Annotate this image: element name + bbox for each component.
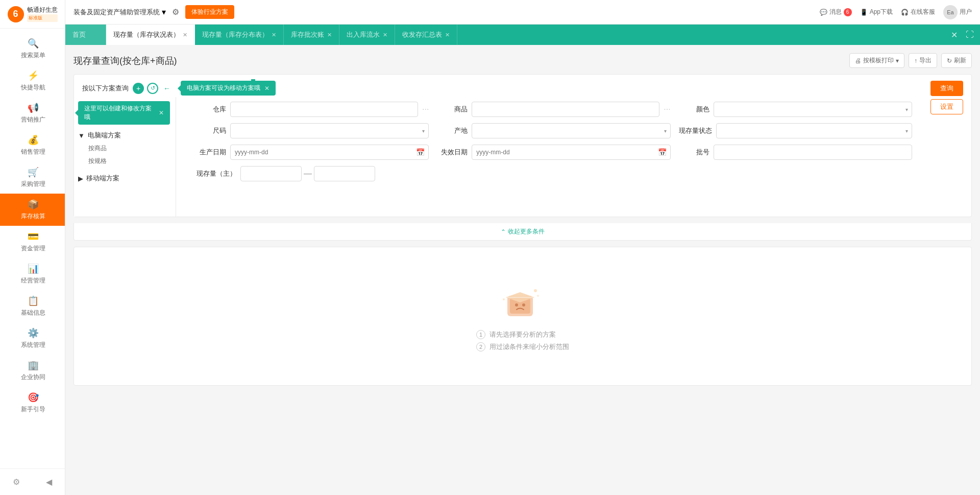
sidebar-nav: 🔍 搜索菜单 ⚡ 快捷导航 📢 营销推广 💰 销售管理 🛒 采购管理 📦 库存核…	[0, 29, 65, 468]
sidebar-item-operation[interactable]: 📊 经营管理	[0, 258, 65, 290]
sidebar-item-inventory[interactable]: 📦 库存核算	[0, 194, 65, 226]
tab-collect-summary-close[interactable]: ✕	[445, 32, 450, 38]
sidebar-item-label: 资金管理	[21, 244, 45, 253]
goods-input[interactable]	[472, 102, 659, 117]
sidebar-bottom: ⚙ ◀	[0, 468, 65, 495]
expiry-date-input[interactable]	[472, 145, 670, 160]
print-template-btn[interactable]: 🖨 按模板打印 ▾	[849, 53, 904, 68]
collapse-sidebar-btn[interactable]: ◀	[44, 475, 54, 489]
tab-in-out-flow-label: 出入库流水	[347, 30, 380, 39]
system-name-dropdown[interactable]: 装备及固定资产辅助管理系统 ▾	[74, 7, 166, 17]
sidebar-item-label: 库存核算	[21, 212, 45, 221]
close-all-tabs-btn[interactable]: ✕	[949, 28, 960, 42]
prod-date-label: 生产日期	[195, 148, 226, 157]
settings-bottom-btn[interactable]: ⚙	[11, 475, 22, 489]
empty-num-1: 1	[476, 330, 485, 339]
stock-main-max-input[interactable]	[314, 166, 375, 181]
prod-date-wrap: 📅	[230, 145, 429, 160]
tab-inventory-status[interactable]: 现存量（库存状况表） ✕	[106, 25, 195, 45]
scheme-desktop-item-spec[interactable]: 按规格	[78, 155, 172, 168]
sidebar-item-enterprise[interactable]: 🏢 企业协同	[0, 355, 65, 387]
sidebar-item-basic[interactable]: 📋 基础信息	[0, 290, 65, 322]
header-settings-icon[interactable]: ⚙	[172, 7, 179, 17]
sidebar-item-system[interactable]: ⚙️ 系统管理	[0, 322, 65, 355]
maximize-btn[interactable]: ⛶	[964, 28, 976, 41]
experience-btn[interactable]: 体验行业方案	[185, 5, 234, 19]
warehouse-input[interactable]	[230, 102, 418, 117]
expiry-date-calendar-icon[interactable]: 📅	[658, 148, 667, 156]
sidebar-item-label: 新手引导	[21, 405, 45, 414]
tab-inventory-dist-close[interactable]: ✕	[272, 32, 276, 38]
batch-no-label: 批号	[679, 148, 709, 157]
stock-main-min-input[interactable]	[240, 166, 302, 181]
sidebar-item-purchase[interactable]: 🛒 采购管理	[0, 161, 65, 194]
stock-status-select[interactable]	[716, 123, 912, 138]
prod-date-calendar-icon[interactable]: 📅	[416, 148, 425, 156]
tab-inventory-status-close[interactable]: ✕	[183, 32, 187, 38]
setting-btn[interactable]: 设置	[930, 99, 963, 114]
tooltip-mobile-scheme-close[interactable]: ✕	[264, 85, 270, 92]
message-badge: 6	[844, 8, 852, 16]
warehouse-dots[interactable]: ···	[422, 105, 429, 114]
tooltip-create-scheme-close[interactable]: ✕	[159, 109, 164, 116]
tab-collect-summary[interactable]: 收发存汇总表 ✕	[395, 25, 457, 45]
filter-field-warehouse: 仓库 ···	[195, 102, 429, 117]
user-area[interactable]: Ea 用户	[943, 5, 972, 19]
scheme-desktop-arrow: ▼	[78, 132, 85, 139]
tooltip-mobile-scheme-text: 电脑方案可设为移动方案哦	[187, 84, 260, 92]
filter-row-1: 仓库 ··· 商品 ···	[195, 102, 963, 117]
scheme-desktop-item-goods[interactable]: 按商品	[78, 142, 172, 155]
online-service-btn[interactable]: 🎧 在线客服	[901, 8, 935, 16]
tab-batch-account[interactable]: 库存批次账 ✕	[284, 25, 339, 45]
prod-date-input[interactable]	[230, 145, 429, 160]
empty-step-2-text: 用过滤条件来缩小分析范围	[489, 342, 569, 351]
stock-status-select-wrap: ▾	[716, 123, 912, 138]
scheme-mobile-header[interactable]: ▶ 移动端方案	[78, 172, 172, 185]
print-dropdown-icon: ▾	[896, 57, 899, 64]
sidebar-item-label: 营销推广	[21, 115, 45, 124]
svg-point-3	[522, 303, 525, 307]
scheme-mobile-arrow: ▶	[78, 175, 83, 182]
sidebar-item-marketing[interactable]: 📢 营销推广	[0, 97, 65, 129]
sidebar-item-newbie[interactable]: 🎯 新手引导	[0, 387, 65, 419]
sidebar-item-sales[interactable]: 💰 销售管理	[0, 129, 65, 161]
tabs-right-actions: ✕ ⛶	[945, 25, 980, 45]
system-name: 装备及固定资产辅助管理系统	[74, 8, 160, 17]
expiry-date-wrap: 📅	[472, 145, 670, 160]
tooltip-create-scheme: 这里可以创建和修改方案哦 ✕	[78, 101, 170, 125]
query-btn[interactable]: 查询	[930, 81, 963, 96]
app-download-btn[interactable]: 📱 App下载	[860, 8, 893, 16]
scheme-desktop-header[interactable]: ▼ 电脑端方案	[78, 129, 172, 142]
logo-badge: 标准版	[27, 14, 58, 22]
message-btn[interactable]: 💬 消息 6	[820, 8, 852, 16]
svg-point-5	[534, 289, 537, 292]
expiry-date-label: 失效日期	[437, 148, 468, 157]
tab-inventory-dist[interactable]: 现存量（库存分布表） ✕	[195, 25, 284, 45]
batch-no-input[interactable]	[714, 145, 912, 160]
sidebar-item-search[interactable]: 🔍 搜索菜单	[0, 33, 65, 65]
sidebar-item-finance[interactable]: 💳 资金管理	[0, 226, 65, 258]
filter-reset-btn[interactable]: ↺	[147, 83, 158, 94]
sidebar-item-guide[interactable]: ⚡ 快捷导航	[0, 65, 65, 97]
tab-batch-account-close[interactable]: ✕	[327, 32, 332, 38]
export-icon: ↑	[914, 57, 917, 64]
filter-back-btn[interactable]: ←	[161, 83, 173, 94]
goods-dots[interactable]: ···	[664, 105, 670, 114]
collapse-bar[interactable]: ⌃ 收起更多条件	[74, 223, 972, 241]
collapse-label: 收起更多条件	[508, 227, 545, 236]
origin-select[interactable]	[472, 123, 670, 138]
export-btn[interactable]: ↑ 导出	[909, 53, 937, 68]
tab-in-out-flow-close[interactable]: ✕	[383, 32, 387, 38]
tab-home[interactable]: 首页	[65, 25, 106, 45]
tab-in-out-flow[interactable]: 出入库流水 ✕	[339, 25, 395, 45]
refresh-btn[interactable]: ↻ 刷新	[941, 53, 972, 68]
query-buttons: 查询 设置	[930, 81, 963, 114]
tab-batch-account-label: 库存批次账	[291, 30, 324, 39]
filter-field-expiry-date: 失效日期 📅	[437, 145, 670, 160]
message-icon: 💬	[820, 9, 827, 16]
size-select[interactable]	[230, 123, 429, 138]
color-select[interactable]	[714, 102, 912, 117]
box-icon: 📦	[28, 199, 39, 210]
filter-add-btn[interactable]: +	[133, 83, 144, 94]
chart-icon: 📊	[28, 263, 39, 274]
